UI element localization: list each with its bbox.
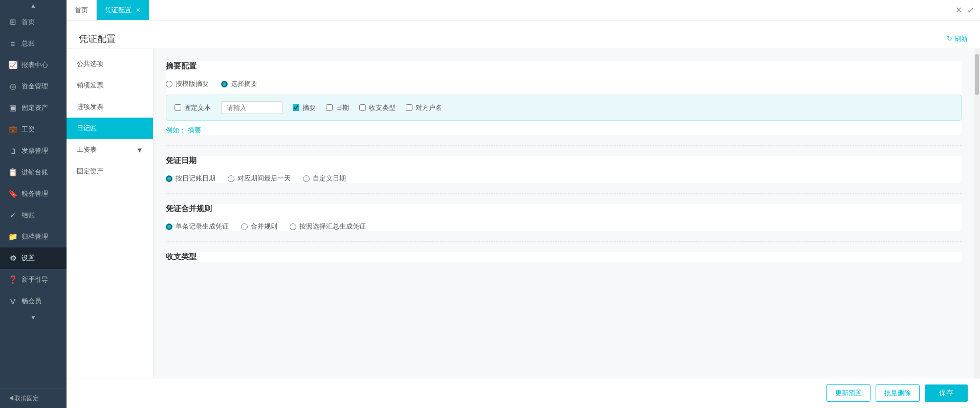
sidebar-item-settlement[interactable]: ✓ 结账 [0,205,67,226]
sidebar-item-tax[interactable]: 🔖 税务管理 [0,183,67,205]
tab-home[interactable]: 首页 [67,0,97,20]
counterpart-input[interactable] [406,104,412,111]
sidebar-item-invoice-mgmt[interactable]: 🗒 发票管理 [0,140,67,162]
example-label: 例如： [166,126,186,134]
sidebar-item-salary[interactable]: 💼 工资 [0,119,67,140]
settlement-icon: ✓ [8,211,17,220]
tab-close-icon[interactable]: ✕ [136,7,141,14]
merge-section-title: 凭证合并规则 [166,204,962,214]
scrollbar-thumb[interactable] [975,54,979,95]
income-type-checkbox[interactable]: 收支类型 [359,103,396,112]
page-header: 凭证配置 ↻ 刷新 [67,20,980,49]
tab-voucher-config[interactable]: 凭证配置 ✕ [97,0,149,20]
select-summary-radio[interactable]: 选择摘要 [221,79,257,88]
sidebar-scroll-up[interactable]: ▲ [0,0,67,11]
settings-icon: ⚙ [8,254,17,263]
salary-icon: 💼 [8,125,17,134]
save-button[interactable]: 保存 [925,384,968,402]
income-section-title: 收支类型 [166,252,962,262]
income-type-input[interactable] [359,104,366,111]
custom-date-radio[interactable]: 自定义日期 [303,174,346,183]
date-input[interactable] [326,104,333,111]
tab-actions: ✕ ⤢ [949,5,980,15]
single-record-input[interactable] [166,223,172,230]
ledger-icon: ≡ [8,39,17,48]
sidebar-item-ledger[interactable]: ≡ 总账 [0,33,67,54]
sidebar-item-fixed-assets[interactable]: ▣ 固定资产 [0,97,67,119]
tab-bar: 首页 凭证配置 ✕ ✕ ⤢ [67,0,980,20]
member-icon: V [8,297,17,306]
archive-icon: 📁 [8,232,17,241]
reports-icon: 📈 [8,60,17,70]
fixed-text-field[interactable] [221,101,282,114]
date-section-title: 凭证日期 [166,156,962,166]
invoice-mgmt-icon: 🗒 [8,147,17,155]
left-nav-sales-invoice[interactable]: 销项发票 [67,75,153,96]
merge-rule-radio[interactable]: 合并规则 [241,222,277,231]
summary-checkbox[interactable]: 摘要 [293,103,316,112]
fixed-assets-icon: ▣ [8,103,17,112]
sidebar: ▲ ⊞ 首页 ≡ 总账 📈 报表中心 ◎ 资金管理 ▣ 固定资产 💼 工资 🗒 … [0,0,67,408]
journal-date-input[interactable] [166,175,172,182]
sidebar-item-funds[interactable]: ◎ 资金管理 [0,76,67,97]
left-nav-public[interactable]: 公共选项 [67,53,153,75]
sidebar-scroll-down[interactable]: ▼ [0,312,67,323]
main-content: 摘要配置 按模版摘要 选择摘要 固定文本 [154,49,974,378]
date-section: 凭证日期 按日记账日期 对应期间最后一天 自定义日期 [166,156,962,183]
summary-input[interactable] [293,104,299,111]
summary-section: 摘要配置 按模版摘要 选择摘要 固定文本 [166,61,962,135]
content-layout: 公共选项 销项发票 进项发票 日记账 工资表 ▼ 固定资产 摘要配置 [67,49,980,378]
last-day-input[interactable] [228,175,234,182]
custom-date-input[interactable] [303,175,310,182]
sidebar-unpin-button[interactable]: ◀取消固定 [0,389,67,408]
update-preview-button[interactable]: 更新预置 [826,384,870,402]
sidebar-item-sales-ledger[interactable]: 📋 进销台账 [0,162,67,183]
left-nav-payroll[interactable]: 工资表 ▼ [67,139,153,161]
tab-fullscreen-button[interactable]: ⤢ [967,5,974,15]
divider-3 [166,241,962,242]
sidebar-item-settings[interactable]: ⚙ 设置 [0,247,67,269]
single-record-radio[interactable]: 单条记录生成凭证 [166,222,229,231]
expand-arrow-icon: ▼ [136,146,143,154]
page-title: 凭证配置 [79,33,116,45]
template-summary-input[interactable] [166,81,172,87]
tab-close-window-button[interactable]: ✕ [955,5,962,15]
example-row: 例如： 摘要 [166,126,962,135]
select-merge-radio[interactable]: 按照选择汇总生成凭证 [290,222,366,231]
last-day-radio[interactable]: 对应期间最后一天 [228,174,291,183]
date-checkbox[interactable]: 日期 [326,103,349,112]
funds-icon: ◎ [8,82,17,91]
summary-radio-group: 按模版摘要 选择摘要 [166,79,962,88]
tax-icon: 🔖 [8,189,17,198]
select-summary-input[interactable] [221,81,228,87]
sidebar-item-reports[interactable]: 📈 报表中心 [0,54,67,76]
batch-delete-button[interactable]: 批量删除 [876,384,920,402]
template-summary-radio[interactable]: 按模版摘要 [166,79,209,88]
fixed-text-input[interactable] [175,104,181,111]
left-nav-fixed-assets[interactable]: 固定资产 [67,161,153,182]
merge-rule-input[interactable] [241,223,248,230]
summary-section-title: 摘要配置 [166,61,962,71]
divider-2 [166,193,962,194]
fixed-text-checkbox[interactable]: 固定文本 [175,103,211,112]
sidebar-item-home[interactable]: ⊞ 首页 [0,11,67,33]
counterpart-checkbox[interactable]: 对方户名 [406,103,442,112]
refresh-button[interactable]: ↻ 刷新 [947,34,968,43]
select-merge-input[interactable] [290,223,296,230]
bottom-bar: 更新预置 批量删除 保存 [67,378,980,408]
merge-radio-group: 单条记录生成凭证 合并规则 按照选择汇总生成凭证 [166,222,962,231]
left-nav-purchase-invoice[interactable]: 进项发票 [67,96,153,118]
journal-date-radio[interactable]: 按日记账日期 [166,174,215,183]
sidebar-item-member[interactable]: V 畅会员 [0,290,67,312]
sidebar-item-guide[interactable]: ❓ 新手引导 [0,269,67,290]
left-nav-journal[interactable]: 日记账 [67,118,153,139]
home-icon: ⊞ [8,17,17,27]
right-scrollbar[interactable] [974,49,980,378]
left-nav: 公共选项 销项发票 进项发票 日记账 工资表 ▼ 固定资产 [67,49,154,378]
guide-icon: ❓ [8,275,17,284]
income-section: 收支类型 [166,252,962,262]
example-value: 摘要 [188,126,201,134]
sidebar-item-archive[interactable]: 📁 归档管理 [0,226,67,247]
sales-ledger-icon: 📋 [8,168,17,177]
summary-options-row: 固定文本 摘要 日期 收支类型 [166,95,962,121]
